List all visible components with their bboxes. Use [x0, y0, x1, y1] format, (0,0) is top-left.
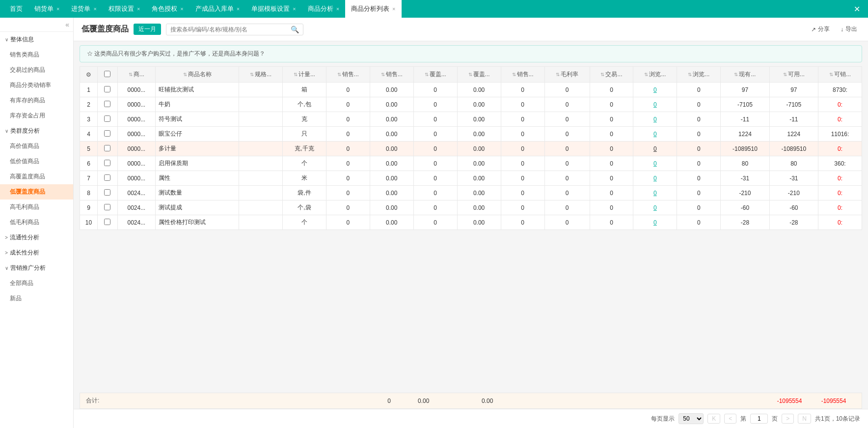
close-icon[interactable]: ×: [392, 6, 395, 12]
page-input[interactable]: [750, 414, 768, 424]
sidebar-section-growth[interactable]: > 成长性分析: [0, 245, 73, 260]
export-button[interactable]: ↓ 导出: [838, 24, 860, 35]
close-icon[interactable]: ×: [180, 6, 183, 12]
column-sales-qty[interactable]: 销售...: [326, 67, 370, 83]
row-browse1[interactable]: 0: [633, 127, 677, 142]
nav-home[interactable]: 首页: [4, 0, 28, 18]
row-select-checkbox[interactable]: [104, 130, 110, 137]
window-close-button[interactable]: ✕: [850, 4, 864, 14]
row-select-checkbox[interactable]: [104, 101, 110, 107]
row-checkbox[interactable]: [98, 156, 118, 171]
row-select-checkbox[interactable]: [104, 160, 110, 166]
row-checkbox[interactable]: [98, 97, 118, 112]
column-spec[interactable]: 规格...: [239, 67, 283, 83]
column-browse1[interactable]: 浏览...: [633, 67, 677, 83]
column-code[interactable]: 商...: [117, 67, 156, 83]
nav-sales-order[interactable]: 销货单 ×: [28, 0, 65, 18]
column-available[interactable]: 可用...: [769, 67, 818, 83]
row-browse1[interactable]: 0: [633, 142, 677, 156]
nav-product-analysis[interactable]: 商品分析 ×: [302, 0, 345, 18]
close-icon[interactable]: ×: [56, 6, 59, 12]
sidebar-item-traded-products[interactable]: 交易过的商品: [0, 62, 73, 78]
column-coverage2[interactable]: 覆盖...: [457, 67, 501, 83]
prev-page-button[interactable]: <: [724, 414, 736, 424]
row-checkbox[interactable]: [98, 215, 118, 230]
row-select-checkbox[interactable]: [104, 115, 110, 122]
nav-permissions[interactable]: 权限设置 ×: [103, 0, 146, 18]
row-checkbox[interactable]: [98, 142, 118, 156]
row-browse1[interactable]: 0: [633, 186, 677, 200]
nav-purchase-order[interactable]: 进货单 ×: [65, 0, 102, 18]
close-icon[interactable]: ×: [237, 6, 240, 12]
sidebar-item-category-sales-rate[interactable]: 商品分类动销率: [0, 78, 73, 93]
close-icon[interactable]: ×: [93, 6, 96, 12]
row-checkbox[interactable]: [98, 171, 118, 186]
sidebar-item-high-coverage[interactable]: 高覆盖度商品: [0, 169, 73, 184]
row-select-checkbox[interactable]: [104, 174, 110, 181]
sidebar-item-low-value[interactable]: 低价值商品: [0, 154, 73, 169]
sidebar-section-liquidity[interactable]: > 流通性分析: [0, 230, 73, 245]
row-browse1[interactable]: 0: [633, 156, 677, 171]
row-select-checkbox[interactable]: [104, 86, 110, 92]
row-select-checkbox[interactable]: [104, 204, 110, 210]
row-checkbox[interactable]: [98, 127, 118, 142]
row-sales-qty: 0: [326, 156, 370, 171]
row-spec: [239, 83, 283, 97]
sidebar-item-low-coverage[interactable]: 低覆盖度商品: [0, 184, 73, 200]
close-icon[interactable]: ×: [293, 6, 296, 12]
sidebar-section-cluster[interactable]: ∨ 类群度分析: [0, 123, 73, 139]
sidebar-item-high-value[interactable]: 高价值商品: [0, 139, 73, 154]
column-sellable[interactable]: 可销...: [818, 67, 862, 83]
sidebar-section-marketing[interactable]: ∨ 营销推广分析: [0, 260, 73, 276]
row-unit: 个: [282, 156, 326, 171]
row-browse1[interactable]: 0: [633, 200, 677, 215]
data-table-container[interactable]: ⚙ 商... 商品名称 规格... 计量... 销售... 销售... 覆盖..…: [74, 66, 868, 393]
nav-product-analysis-list[interactable]: 商品分析列表 ×: [345, 0, 401, 18]
last-page-button[interactable]: N: [798, 414, 811, 424]
sidebar-section-overview[interactable]: ∨ 整体信息: [0, 32, 73, 47]
share-button[interactable]: ↗ 分享: [808, 24, 833, 35]
sidebar-item-low-margin[interactable]: 低毛利商品: [0, 215, 73, 230]
period-button[interactable]: 近一月: [134, 24, 161, 35]
row-checkbox[interactable]: [98, 112, 118, 127]
row-checkbox[interactable]: [98, 200, 118, 215]
nav-template-settings[interactable]: 单据模板设置 ×: [245, 0, 301, 18]
column-trans[interactable]: 交易...: [590, 67, 633, 83]
search-input[interactable]: [170, 26, 291, 33]
column-unit[interactable]: 计量...: [282, 67, 326, 83]
column-name[interactable]: 商品名称: [156, 67, 239, 83]
column-browse2[interactable]: 浏览...: [677, 67, 721, 83]
sidebar-item-high-margin[interactable]: 高毛利商品: [0, 200, 73, 215]
first-page-button[interactable]: K: [707, 414, 720, 424]
row-browse1[interactable]: 0: [633, 97, 677, 112]
row-select-checkbox[interactable]: [104, 145, 110, 151]
column-settings[interactable]: ⚙: [80, 67, 98, 83]
row-select-checkbox[interactable]: [104, 219, 110, 225]
column-gross-rate[interactable]: 毛利率: [544, 67, 590, 83]
sidebar-item-all-products[interactable]: 全部商品: [0, 276, 73, 291]
sidebar-item-in-stock-products[interactable]: 有库存的商品: [0, 93, 73, 108]
row-checkbox[interactable]: [98, 186, 118, 200]
nav-finished-goods[interactable]: 产成品入库单 ×: [190, 0, 245, 18]
nav-role-auth[interactable]: 角色授权 ×: [146, 0, 189, 18]
column-coverage1[interactable]: 覆盖...: [413, 67, 457, 83]
row-browse1[interactable]: 0: [633, 171, 677, 186]
close-icon[interactable]: ×: [336, 6, 339, 12]
column-stock[interactable]: 现有...: [721, 67, 769, 83]
page-size-select[interactable]: 50 20 100 200: [678, 413, 704, 424]
row-browse1[interactable]: 0: [633, 215, 677, 230]
row-browse1[interactable]: 0: [633, 83, 677, 97]
column-sales-amt[interactable]: 销售...: [370, 67, 413, 83]
sidebar-item-new-products[interactable]: 新品: [0, 291, 73, 306]
row-select-checkbox[interactable]: [104, 189, 110, 196]
close-icon[interactable]: ×: [137, 6, 140, 12]
row-browse2: 0: [677, 171, 721, 186]
sidebar-item-sales-products[interactable]: 销售类商品: [0, 47, 73, 62]
sidebar-item-inventory-capital[interactable]: 库存资金占用: [0, 108, 73, 123]
select-all-checkbox[interactable]: [104, 71, 110, 77]
sidebar-collapse-button[interactable]: «: [0, 18, 73, 32]
next-page-button[interactable]: >: [782, 414, 794, 424]
row-browse1[interactable]: 0: [633, 112, 677, 127]
row-checkbox[interactable]: [98, 83, 118, 97]
column-sales-val[interactable]: 销售...: [501, 67, 544, 83]
